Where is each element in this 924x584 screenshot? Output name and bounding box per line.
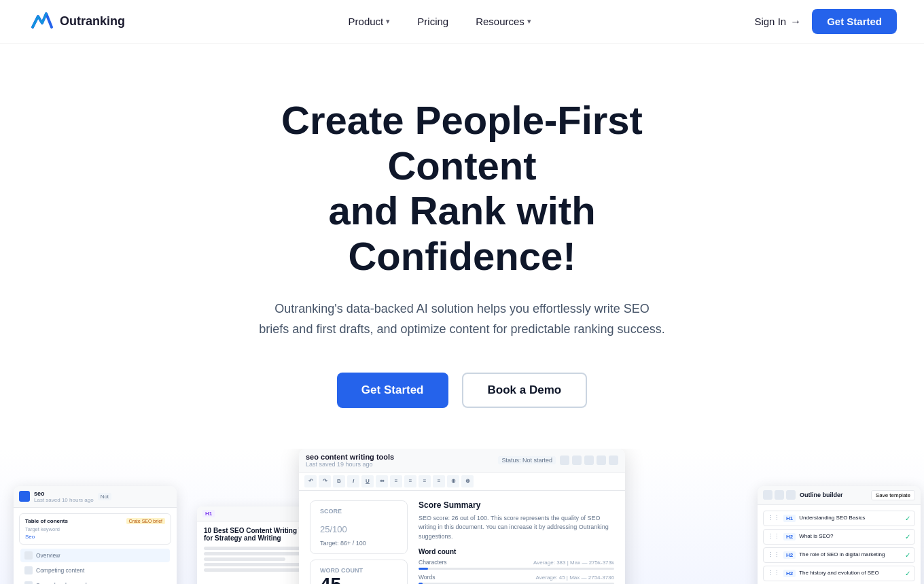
toolbar-icon [584, 456, 594, 465]
hero-buttons: Get Started Book a Demo [337, 373, 587, 408]
book-demo-button[interactable]: Book a Demo [462, 373, 588, 408]
outline-item: ⋮⋮ H2 The history and evolution of SEO ✓ [763, 566, 915, 581]
char-label: Characters [419, 559, 447, 566]
words-metric-row: Words Average: 45 | Max — 2754-3736 [419, 574, 614, 581]
word-count-label: WORD COUNT [320, 567, 397, 574]
words-values: Average: 45 | Max — 2754-3736 [536, 574, 614, 581]
drag-handle-icon: ⋮⋮ [768, 533, 780, 540]
logo-icon [27, 8, 54, 35]
word-count-value: 45 ↗ [320, 574, 397, 584]
toolbar-icon [775, 490, 784, 500]
nav-item-label: Overview [36, 552, 60, 559]
word-count-section: Word count [419, 548, 614, 555]
check-icon: ✓ [905, 570, 910, 577]
h1-tag: H1 [202, 510, 215, 517]
nav-links: Product ▾ Pricing Resources ▾ [338, 10, 542, 33]
drag-handle-icon: ⋮⋮ [768, 570, 780, 577]
char-bar [419, 568, 614, 570]
score-summary-title: Score Summary [419, 500, 614, 510]
resources-menu[interactable]: Resources ▾ [465, 10, 542, 33]
h2-tag: H2 [783, 551, 796, 559]
nav-icon [24, 566, 33, 574]
words-label: Words [419, 574, 435, 581]
sign-in-link[interactable]: Sign In → [754, 16, 801, 28]
right-panel-toolbar-icons [763, 490, 796, 500]
h2-tag: H2 [783, 533, 796, 540]
cta-badge: Crate SEO brief [126, 518, 165, 524]
outline-text: The role of SEO in digital marketing [799, 551, 902, 557]
format-icon[interactable]: ↶ [304, 475, 317, 487]
navbar: Outranking Product ▾ Pricing Resources ▾… [0, 0, 924, 44]
left-panel-content: Table of conents Crate SEO brief Target … [14, 508, 177, 584]
left-panel-doc-title: seo [34, 490, 94, 497]
logo-link[interactable]: Outranking [27, 8, 125, 35]
format-icon[interactable]: ≡ [433, 475, 445, 487]
drag-handle-icon: ⋮⋮ [768, 551, 780, 558]
screenshot-area: seo Last saved 10 hours ago Not Table of… [0, 449, 924, 584]
score-row: Score 25/100 Target: 86+ / 100 WORD COUN… [310, 500, 614, 584]
score-detail: Target: 86+ / 100 [320, 540, 397, 547]
target-keyword-value: Seo [25, 534, 35, 540]
chevron-down-icon: ▾ [527, 17, 531, 26]
format-icon[interactable]: U [361, 475, 374, 487]
nav-item-label: Secondary keywords [36, 582, 90, 584]
format-icon[interactable]: ⊕ [447, 475, 459, 487]
table-of-contents-label: Table of conents [25, 518, 68, 524]
right-panel: Outline builder Save template ⋮⋮ H1 Unde… [758, 486, 921, 584]
nav-item-secondary[interactable]: Secondary keywords [20, 579, 170, 584]
arrow-right-icon: → [790, 16, 801, 28]
nav-items-list: Overview Competing content Secondary key… [19, 549, 171, 584]
format-icon[interactable]: ≡ [419, 475, 431, 487]
outline-builder-title: Outline builder [800, 492, 843, 498]
toolbar-icon [609, 456, 618, 465]
nav-item-overview[interactable]: Overview [20, 549, 170, 562]
toolbar-icon [560, 456, 569, 465]
get-started-hero-button[interactable]: Get Started [337, 373, 448, 408]
format-icon[interactable]: ⊗ [461, 475, 474, 487]
main-panel: seo content writing tools Last saved 19 … [299, 449, 625, 584]
char-bar-fill [419, 568, 428, 570]
format-icon[interactable]: ≡ [404, 475, 416, 487]
format-icon[interactable]: ≡ [390, 475, 402, 487]
main-toolbar: seo content writing tools Last saved 19 … [299, 449, 625, 473]
nav-item-competing[interactable]: Competing content [20, 564, 170, 577]
format-icon[interactable]: ⇔ [376, 475, 388, 487]
h1-tag: H1 [783, 515, 796, 522]
check-icon: ✓ [905, 515, 910, 522]
pricing-link[interactable]: Pricing [406, 10, 459, 33]
article-bar [204, 552, 313, 555]
seo-brief-section: Table of conents Crate SEO brief Target … [19, 513, 171, 545]
format-icon[interactable]: I [347, 475, 359, 487]
outline-item: ⋮⋮ H1 Understanding SEO Basics ✓ [763, 511, 915, 526]
score-summary-text: SEO score: 26 out of 100. This score rep… [419, 514, 614, 542]
word-count-box: WORD COUNT 45 ↗ 1807-3738 Auto-optimize [310, 560, 408, 584]
left-panel-doc-sub: Last saved 10 hours ago [34, 497, 94, 503]
outline-text: The history and evolution of SEO [799, 570, 902, 576]
save-template-button[interactable]: Save template [871, 490, 915, 500]
format-bar: ↶ ↷ B I U ⇔ ≡ ≡ ≡ ≡ ⊕ ⊗ [299, 473, 625, 491]
chevron-down-icon: ▾ [386, 17, 390, 26]
left-panel-header: seo Last saved 10 hours ago Not [14, 486, 177, 508]
main-panel-content: Score 25/100 Target: 86+ / 100 WORD COUN… [299, 491, 625, 584]
format-icon[interactable]: ↷ [319, 475, 331, 487]
left-panel: seo Last saved 10 hours ago Not Table of… [14, 486, 177, 584]
format-icon[interactable]: B [333, 475, 345, 487]
toolbar-icons [560, 456, 618, 465]
nav-icon [24, 551, 33, 560]
left-panel-status-badge: Not [98, 493, 111, 500]
logo-text: Outranking [60, 14, 125, 29]
nav-item-label: Competing content [36, 567, 84, 574]
product-menu[interactable]: Product ▾ [338, 10, 402, 33]
h2-tag: H2 [783, 570, 796, 577]
outline-item: ⋮⋮ H2 What is SEO? ✓ [763, 529, 915, 545]
outline-list: ⋮⋮ H1 Understanding SEO Basics ✓ ⋮⋮ H2 W… [758, 505, 921, 584]
target-keyword-label: Target keyword [25, 526, 165, 532]
drag-handle-icon: ⋮⋮ [768, 515, 780, 521]
get-started-nav-button[interactable]: Get Started [812, 9, 897, 34]
score-box: Score 25/100 Target: 86+ / 100 [310, 500, 408, 554]
score-label: Score [320, 508, 397, 515]
toolbar-icon [763, 490, 772, 500]
screenshot-container: seo Last saved 10 hours ago Not Table of… [149, 449, 775, 584]
outline-item: ⋮⋮ H2 The role of SEO in digital marketi… [763, 547, 915, 563]
hero-title: Create People-First Content and Rank wit… [217, 98, 707, 279]
